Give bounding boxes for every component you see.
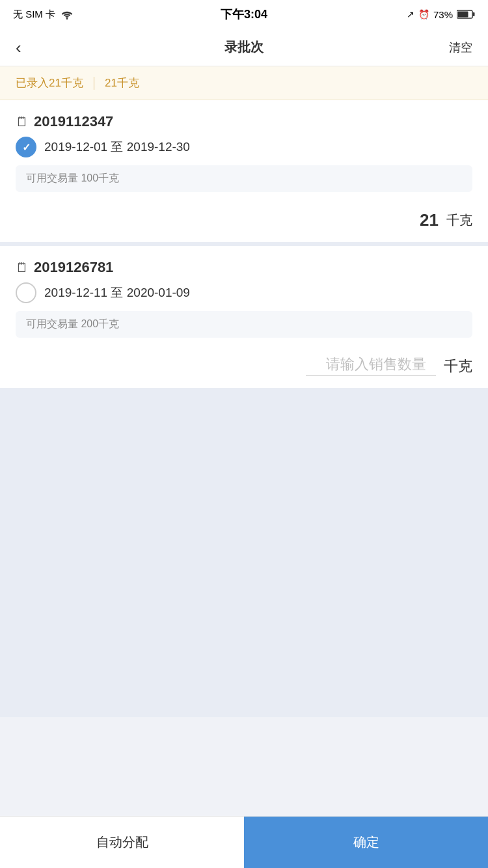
battery-icon [457, 9, 475, 20]
batch-1-unit: 千克 [446, 211, 472, 229]
batch-1-id: 2019112347 [34, 113, 113, 130]
info-banner: 已录入21千克 21千克 [0, 66, 488, 100]
batch-1-doc-icon: 🗒 [16, 115, 29, 129]
batch-card-1: 🗒 2019112347 2019-12-01 至 2019-12-30 可用交… [0, 100, 488, 246]
banner-divider [94, 77, 94, 90]
batch-2-doc-icon: 🗒 [16, 260, 29, 275]
status-left: 无 SIM 卡 [13, 8, 74, 21]
svg-point-0 [66, 18, 68, 20]
batch-2-unit: 千克 [444, 357, 472, 376]
svg-rect-3 [458, 12, 468, 18]
batch-card-1-inner: 🗒 2019112347 2019-12-01 至 2019-12-30 可用交… [0, 100, 488, 198]
nav-bar: ‹ 录批次 清空 [0, 29, 488, 66]
batch-1-quantity: 21 [420, 210, 439, 230]
batch-1-id-row: 🗒 2019112347 [16, 113, 472, 130]
batch-1-radio[interactable] [16, 137, 36, 157]
bottom-spacer [0, 392, 488, 665]
bottom-bar: 自动分配 确定 [0, 816, 488, 868]
batch-2-available: 可用交易量 200千克 [16, 311, 472, 338]
page-title: 录批次 [224, 38, 264, 56]
batch-2-input-row: 千克 [0, 344, 488, 392]
alarm-icon: ⏰ [418, 9, 429, 20]
status-right: ↗ ⏰ 73% [407, 9, 475, 20]
status-time: 下午3:04 [221, 7, 267, 22]
total-amount: 21千克 [105, 75, 139, 90]
batch-2-id-row: 🗒 2019126781 [16, 259, 472, 276]
batch-1-amount-row: 21 千克 [0, 198, 488, 246]
batch-card-2: 🗒 2019126781 2019-12-11 至 2020-01-09 可用交… [0, 246, 488, 392]
content-area: 🗒 2019112347 2019-12-01 至 2019-12-30 可用交… [0, 100, 488, 717]
batch-2-date-row: 2019-12-11 至 2020-01-09 [16, 282, 472, 303]
batch-2-qty-wrapper [306, 356, 436, 376]
status-bar: 无 SIM 卡 下午3:04 ↗ ⏰ 73% [0, 0, 488, 29]
batch-card-2-inner: 🗒 2019126781 2019-12-11 至 2020-01-09 可用交… [0, 246, 488, 344]
confirm-button[interactable]: 确定 [244, 817, 488, 868]
batch-2-qty-input[interactable] [306, 356, 436, 373]
carrier-text: 无 SIM 卡 [13, 8, 55, 21]
back-button[interactable]: ‹ [16, 39, 21, 56]
batch-2-id: 2019126781 [34, 259, 113, 276]
batch-2-date: 2019-12-11 至 2020-01-09 [44, 284, 190, 301]
clear-button[interactable]: 清空 [449, 40, 472, 55]
recorded-amount: 已录入21千克 [16, 75, 83, 90]
batch-1-date-row: 2019-12-01 至 2019-12-30 [16, 137, 472, 157]
batch-2-radio[interactable] [16, 282, 36, 303]
batch-1-available: 可用交易量 100千克 [16, 165, 472, 192]
location-icon: ↗ [407, 9, 414, 20]
svg-rect-2 [473, 12, 475, 16]
qty-input-underline [306, 375, 436, 376]
auto-distribute-button[interactable]: 自动分配 [0, 817, 244, 868]
batch-1-date: 2019-12-01 至 2019-12-30 [44, 139, 190, 156]
battery-text: 73% [433, 9, 453, 20]
wifi-icon [61, 9, 74, 20]
